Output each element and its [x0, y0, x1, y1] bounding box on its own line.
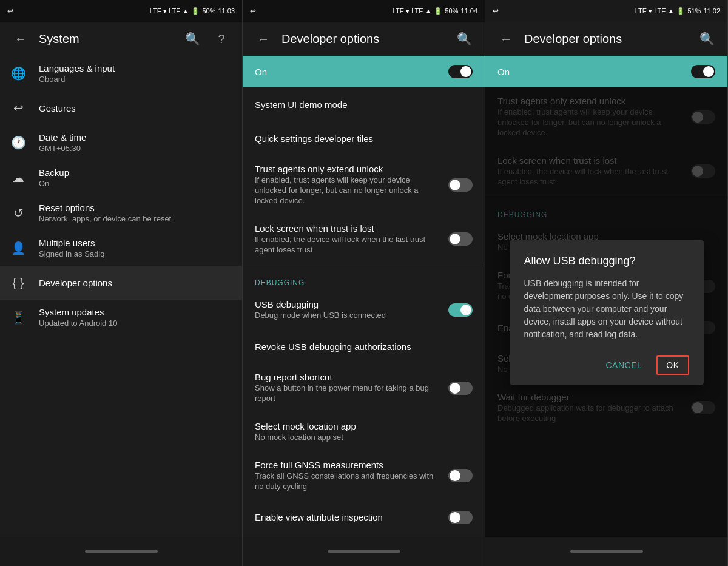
page-title-left: System	[39, 32, 174, 46]
developer-toggle-right[interactable]	[691, 65, 715, 78]
time-mid: 11:04	[460, 7, 477, 15]
nav-label-developer: Developer options	[39, 278, 112, 288]
search-button-middle[interactable]: 🔍	[453, 28, 475, 50]
sidebar-item-languages[interactable]: 🌐 Languages & input Gboard	[0, 56, 242, 91]
nav-icon-mid: ↩	[250, 7, 256, 15]
setting-sub-lockscreen: If enabled, the device will lock when th…	[255, 235, 441, 255]
search-button-right[interactable]: 🔍	[696, 28, 718, 50]
sidebar-item-multiuser[interactable]: 👤 Multiple users Signed in as Sadiq	[0, 231, 242, 266]
signal-mid: LTE ▾ LTE ▲	[393, 7, 432, 15]
status-left: ↩	[7, 7, 13, 15]
nav-icon-right: ↩	[493, 7, 499, 15]
page-title-middle: Developer options	[281, 32, 446, 46]
battery-pct: 50%	[202, 7, 215, 15]
setting-label-mock: Select mock location app	[255, 421, 356, 431]
nav-sub-languages: Gboard	[39, 75, 115, 84]
status-middle-right: LTE ▾ LTE ▲ 🔋 50% 11:04	[393, 7, 477, 15]
back-button-right[interactable]: ←	[495, 28, 517, 50]
nav-label-gestures: Gestures	[39, 103, 76, 113]
toolbar-right: ← Developer options 🔍	[485, 22, 727, 56]
view-attr-toggle-mid[interactable]	[448, 511, 473, 524]
trust-agents-toggle-mid[interactable]	[448, 178, 473, 192]
bug-report-toggle[interactable]	[448, 382, 473, 395]
setting-label-gnss: Force full GNSS measurements	[255, 460, 441, 470]
status-right-right: LTE ▾ LTE ▲ 🔋 51% 11:02	[635, 7, 720, 15]
sidebar-item-developer[interactable]: { } Developer options	[0, 266, 242, 300]
status-bar-middle: ↩ LTE ▾ LTE ▲ 🔋 50% 11:04	[243, 0, 485, 22]
home-indicator-left	[85, 550, 158, 553]
bottom-bar-middle	[243, 537, 485, 566]
phone-icon: 📱	[10, 310, 27, 325]
gesture-icon: ↩	[10, 101, 27, 115]
nav-sub-datetime: GMT+05:30	[39, 144, 86, 153]
setting-view-attr[interactable]: Enable view attribute inspection	[243, 500, 485, 534]
status-right-left: ↩	[493, 7, 499, 15]
sidebar-item-backup[interactable]: ☁ Backup On	[0, 160, 242, 195]
on-label-middle: On	[255, 67, 267, 77]
setting-sub-bug: Show a button in the power menu for taki…	[255, 383, 441, 404]
divider-mid	[243, 266, 485, 266]
sidebar-item-updates[interactable]: 📱 System updates Updated to Android 10	[0, 300, 242, 335]
setting-bug-report[interactable]: Bug report shortcut Show a button in the…	[243, 363, 485, 413]
setting-label-lockscreen: Lock screen when trust is lost	[255, 223, 441, 234]
settings-list-right: Trust agents only extend unlock If enabl…	[485, 87, 727, 537]
setting-label-quick-settings: Quick settings developer tiles	[255, 133, 373, 144]
on-label-right: On	[497, 67, 510, 77]
nav-sub-multiuser: Signed in as Sadiq	[39, 249, 104, 258]
nav-sub-updates: Updated to Android 10	[39, 318, 117, 328]
setting-usb-debugging[interactable]: USB debugging Debug mode when USB is con…	[243, 291, 485, 329]
battery-pct-mid: 50%	[445, 7, 458, 15]
sidebar-item-reset[interactable]: ↺ Reset options Network, apps, or device…	[0, 195, 242, 231]
developer-options-panel: ↩ LTE ▾ LTE ▲ 🔋 50% 11:04 ← Developer op…	[243, 0, 485, 566]
setting-label-trust: Trust agents only extend unlock	[255, 164, 441, 174]
nav-label-reset: Reset options	[39, 203, 171, 213]
help-button-left[interactable]: ?	[211, 28, 232, 50]
setting-mock-location[interactable]: Select mock location app No mock locatio…	[243, 413, 485, 451]
setting-label-revoke: Revoke USB debugging authorizations	[255, 342, 411, 352]
setting-sub-gnss: Track all GNSS constellations and freque…	[255, 471, 441, 492]
back-button-middle[interactable]: ←	[252, 28, 274, 50]
setting-quick-settings[interactable]: Quick settings developer tiles	[243, 121, 485, 155]
lock-screen-toggle-mid[interactable]	[448, 232, 473, 246]
gnss-toggle-mid[interactable]	[448, 469, 473, 482]
nav-label-languages: Languages & input	[39, 63, 115, 73]
setting-label-usb: USB debugging	[255, 299, 441, 309]
dialog-overlay: Allow USB debugging? USB debugging is in…	[485, 87, 727, 537]
setting-lock-screen[interactable]: Lock screen when trust is lost If enable…	[243, 215, 485, 264]
nav-sub-reset: Network, apps, or device can be reset	[39, 214, 171, 223]
dialog-title: Allow USB debugging?	[524, 255, 689, 268]
usb-debugging-toggle[interactable]	[448, 303, 473, 317]
dialog-ok-button[interactable]: OK	[656, 355, 689, 375]
developer-toggle-middle[interactable]	[448, 65, 473, 78]
nav-label-updates: System updates	[39, 307, 117, 317]
back-button-left[interactable]: ←	[10, 28, 32, 50]
battery-mid: 🔋	[434, 7, 442, 15]
sidebar-item-gestures[interactable]: ↩ Gestures	[0, 91, 242, 125]
setting-sub-usb: Debug mode when USB is connected	[255, 311, 441, 321]
toolbar-left: ← System 🔍 ?	[0, 22, 242, 56]
bottom-bar-right	[485, 537, 727, 566]
nav-label-datetime: Date & time	[39, 132, 86, 143]
on-toggle-bar-middle: On	[243, 56, 485, 87]
on-toggle-bar-right: On	[485, 56, 727, 87]
setting-trust-agents[interactable]: Trust agents only extend unlock If enabl…	[243, 155, 485, 215]
sidebar-item-datetime[interactable]: 🕐 Date & time GMT+05:30	[0, 125, 242, 160]
clock-icon: 🕐	[10, 135, 27, 150]
setting-gnss[interactable]: Force full GNSS measurements Track all G…	[243, 451, 485, 500]
battery-right: 🔋	[676, 7, 685, 15]
dialog-cancel-button[interactable]: Cancel	[596, 355, 652, 375]
home-indicator-right	[570, 550, 643, 553]
section-debugging-mid: DEBUGGING	[243, 269, 485, 291]
setting-label-bug: Bug report shortcut	[255, 372, 441, 382]
backup-icon: ☁	[10, 170, 27, 185]
search-button-left[interactable]: 🔍	[181, 28, 203, 50]
settings-list-middle: System UI demo mode Quick settings devel…	[243, 87, 485, 537]
right-developer-panel: ↩ LTE ▾ LTE ▲ 🔋 51% 11:02 ← Developer op…	[485, 0, 728, 566]
status-bar-right: ↩ LTE ▾ LTE ▲ 🔋 51% 11:02	[485, 0, 727, 22]
setting-system-ui-demo[interactable]: System UI demo mode	[243, 87, 485, 121]
setting-revoke-usb[interactable]: Revoke USB debugging authorizations	[243, 329, 485, 363]
nav-list: 🌐 Languages & input Gboard ↩ Gestures 🕐 …	[0, 56, 242, 537]
setting-label-system-ui: System UI demo mode	[255, 99, 348, 110]
nav-icon: ↩	[7, 7, 13, 15]
nav-sub-backup: On	[39, 179, 69, 188]
